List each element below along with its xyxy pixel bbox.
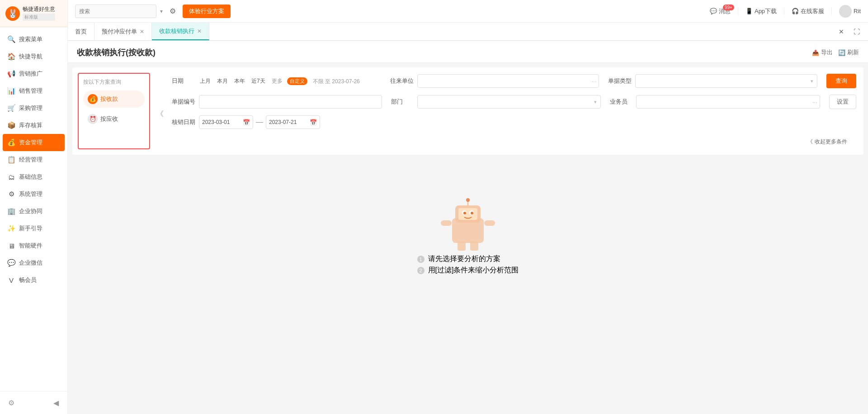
- sidebar-item-operation[interactable]: 📋 经营管理: [0, 151, 67, 168]
- nav-label-guide: 新手引导: [19, 224, 42, 233]
- dept-select[interactable]: ▾: [417, 95, 601, 109]
- date-this-year-btn[interactable]: 本年: [232, 76, 247, 86]
- nav-icon-guide: ✨: [7, 224, 15, 233]
- header-search-input[interactable]: [75, 5, 156, 18]
- nav-label-enterprise: 企业协同: [19, 207, 42, 215]
- tab-receipt-verify-close[interactable]: ✕: [197, 28, 202, 34]
- page-title-bar: 收款核销执行(按收款) 📤 导出 🔄 刷新: [68, 41, 868, 63]
- sidebar-item-quick-nav[interactable]: 🏠 快捷导航: [0, 48, 67, 65]
- counterpart-field: 往来单位 ···: [390, 74, 599, 88]
- online-service-btn[interactable]: 🎧 在线客服: [792, 7, 824, 15]
- doc-type-select[interactable]: ▾: [635, 74, 817, 88]
- by-receipt-icon: 💰: [88, 94, 98, 104]
- sidebar-item-system[interactable]: ⚙ 系统管理: [0, 186, 67, 203]
- sidebar-nav: 🔍 搜索菜单 🏠 快捷导航 📢 营销推广 📊 销售管理 🛒 采购管理 📦 库存核…: [0, 27, 67, 391]
- sidebar-item-search[interactable]: 🔍 搜索菜单: [0, 31, 67, 48]
- date-shortcuts: 上月 本月 本年 近7天 更多 自定义 不限 至 2023-07-26: [198, 76, 360, 86]
- filter-by-receipt[interactable]: 💰 按收款: [83, 90, 145, 108]
- verify-date-label: 核销日期: [172, 118, 195, 126]
- sidebar-item-enterprise[interactable]: 🏢 企业协同: [0, 203, 67, 220]
- industry-btn[interactable]: 体验行业方案: [183, 5, 231, 18]
- verify-date-end-value: 2023-07-21: [269, 119, 297, 125]
- sidebar-item-marketing[interactable]: 📢 营销推广: [0, 65, 67, 82]
- nav-label-quick-nav: 快捷导航: [19, 52, 42, 61]
- svg-rect-9: [458, 242, 466, 251]
- nav-label-finance: 资金管理: [19, 138, 42, 147]
- setting-btn[interactable]: 设置: [829, 95, 856, 109]
- staff-input[interactable]: [636, 95, 820, 109]
- nav-icon-search: 🔍: [7, 35, 15, 43]
- verify-date-end-input[interactable]: 2023-07-21 📅: [266, 115, 320, 129]
- svg-rect-8: [484, 220, 495, 226]
- counterpart-label: 往来单位: [390, 77, 414, 85]
- tab-prepay-close[interactable]: ✕: [140, 29, 144, 35]
- doc-type-field: 单据类型 ▾: [608, 74, 817, 88]
- logo-text-group: 畅捷通好生意 标准版: [23, 6, 55, 21]
- nav-icon-hardware: 🖥: [7, 242, 15, 250]
- staff-input-wrap: ···: [636, 95, 820, 109]
- counterpart-input[interactable]: [417, 74, 599, 88]
- nav-label-marketing: 营销推广: [19, 70, 42, 78]
- doc-no-input[interactable]: [199, 95, 382, 109]
- doc-no-field: 单据编号: [172, 95, 382, 109]
- verify-date-field: 核销日期 2023-03-01 📅 — 2023-07-21 📅: [172, 115, 856, 129]
- user-avatar: [839, 5, 852, 18]
- messages-btn[interactable]: 💬 消息 99+: [710, 7, 731, 15]
- nav-icon-marketing: 📢: [7, 70, 15, 78]
- date-this-month-btn[interactable]: 本月: [215, 76, 230, 86]
- collapse-sidebar-icon[interactable]: ◀: [49, 396, 63, 409]
- sidebar-item-finance[interactable]: 💰 资金管理: [3, 134, 65, 151]
- export-btn[interactable]: 📤 导出: [812, 48, 833, 57]
- empty-num-1: 1: [417, 256, 425, 263]
- header-dropdown-icon[interactable]: ▾: [160, 8, 163, 14]
- user-info[interactable]: Rit: [839, 5, 861, 18]
- date-7days-btn[interactable]: 近7天: [250, 76, 267, 86]
- collapse-icon: 《: [807, 138, 813, 146]
- tab-prepay-label: 预付冲应付单: [102, 28, 137, 36]
- doc-no-input-wrap: [199, 95, 382, 109]
- date-custom-badge[interactable]: 自定义: [287, 77, 307, 85]
- dept-label: 部门: [391, 98, 414, 106]
- nav-icon-quick-nav: 🏠: [7, 52, 15, 61]
- sidebar-item-basic[interactable]: 🗂 基础信息: [0, 168, 67, 186]
- app-download-icon: 📱: [745, 8, 753, 14]
- tab-prepay[interactable]: 预付冲应付单 ✕: [94, 23, 152, 40]
- app-tag: 标准版: [23, 14, 55, 21]
- svg-point-6: [471, 212, 473, 214]
- sidebar-item-wechat[interactable]: 💬 企业微信: [0, 254, 67, 271]
- collapse-more-btn[interactable]: 《 收起更多条件: [172, 135, 856, 148]
- app-download-label: App下载: [755, 7, 777, 15]
- online-service-label: 在线客服: [801, 7, 824, 15]
- tab-home[interactable]: 首页: [68, 23, 94, 40]
- tab-close-window-icon[interactable]: ✕: [835, 26, 847, 38]
- divider1: [738, 8, 738, 15]
- messages-badge: 99+: [723, 5, 734, 10]
- tab-receipt-verify[interactable]: 收款核销执行 ✕: [152, 23, 209, 40]
- filter-by-receivable[interactable]: ⏰ 按应收: [83, 110, 145, 128]
- refresh-btn[interactable]: 🔄 刷新: [838, 48, 859, 57]
- settings-gear-icon[interactable]: ⚙: [166, 5, 179, 18]
- sidebar-item-member[interactable]: V 畅会员: [0, 271, 67, 289]
- nav-icon-member: V: [7, 276, 15, 284]
- verify-date-start-input[interactable]: 2023-03-01 📅: [199, 115, 253, 129]
- filter-panel-title: 按以下方案查询: [83, 78, 145, 86]
- sidebar-item-inventory[interactable]: 📦 库存核算: [0, 117, 67, 134]
- sidebar-item-sales[interactable]: 📊 销售管理: [0, 82, 67, 100]
- query-btn[interactable]: 查询: [826, 74, 856, 88]
- sidebar-item-guide[interactable]: ✨ 新手引导: [0, 220, 67, 237]
- sidebar-item-hardware[interactable]: 🖥 智能硬件: [0, 237, 67, 254]
- filter-row-3: 核销日期 2023-03-01 📅 — 2023-07-21 📅: [172, 115, 856, 129]
- date-more-btn[interactable]: 更多: [270, 76, 284, 86]
- sidebar-item-purchase[interactable]: 🛒 采购管理: [0, 100, 67, 117]
- tab-maximize-icon[interactable]: ⛶: [851, 26, 863, 38]
- svg-point-12: [466, 198, 470, 202]
- date-last-month-btn[interactable]: 上月: [198, 76, 212, 86]
- app-download-btn[interactable]: 📱 App下载: [745, 7, 777, 15]
- counterpart-input-wrap: ···: [417, 74, 599, 88]
- nav-label-member: 畅会员: [19, 276, 37, 284]
- dept-field: 部门 ▾: [391, 95, 601, 109]
- counterpart-suffix-icon: ···: [592, 78, 597, 85]
- tab-receipt-verify-label: 收款核销执行: [159, 27, 194, 35]
- filter-collapse-btn[interactable]: 《: [156, 74, 165, 155]
- settings-icon[interactable]: ⚙: [5, 396, 18, 409]
